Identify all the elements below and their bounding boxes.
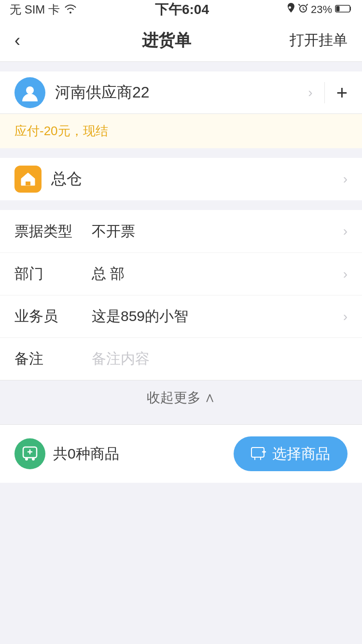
- svg-rect-6: [251, 448, 264, 457]
- dept-row[interactable]: 部门 总 部 ›: [0, 252, 362, 295]
- nav-bar: ‹ 进货单 打开挂单: [0, 19, 362, 62]
- invoice-label: 票据类型: [14, 222, 82, 241]
- warehouse-icon: [14, 166, 42, 193]
- product-count-area: 共0种商品: [14, 438, 119, 469]
- sim-label: 无 SIM 卡: [10, 2, 60, 17]
- remark-input[interactable]: 备注内容: [82, 349, 348, 369]
- alarm-icon: [298, 3, 308, 16]
- sales-value: 这是859的小智: [82, 307, 343, 326]
- status-left: 无 SIM 卡: [10, 2, 77, 17]
- invoice-chevron-icon: ›: [343, 224, 348, 239]
- warehouse-chevron-icon: ›: [343, 171, 348, 187]
- battery-icon: [335, 3, 352, 16]
- status-right: 23%: [287, 3, 352, 16]
- supplier-avatar: [14, 77, 45, 108]
- warehouse-row[interactable]: 总仓 ›: [0, 158, 362, 200]
- bottom-bar: 共0种商品 选择商品: [0, 424, 362, 483]
- status-bar: 无 SIM 卡 下午6:04 23%: [0, 0, 362, 19]
- dept-chevron-icon: ›: [343, 266, 348, 282]
- notice-text: 应付-20元，现结: [14, 124, 108, 138]
- section-gap-1: [0, 62, 362, 71]
- supplier-section: 河南供应商22 › + 应付-20元，现结: [0, 71, 362, 148]
- sales-label: 业务员: [14, 307, 82, 326]
- warehouse-name: 总仓: [51, 168, 343, 190]
- section-gap-3: [0, 200, 362, 210]
- supplier-chevron-icon: ›: [308, 85, 312, 100]
- sales-chevron-icon: ›: [343, 309, 348, 324]
- open-pending-button[interactable]: 打开挂单: [290, 30, 348, 50]
- location-icon: [287, 3, 295, 16]
- select-product-button[interactable]: 选择商品: [234, 436, 348, 471]
- collapse-button[interactable]: 收起更多 ∧: [0, 380, 362, 415]
- sales-row[interactable]: 业务员 这是859的小智 ›: [0, 295, 362, 337]
- warehouse-section: 总仓 ›: [0, 158, 362, 200]
- select-product-label: 选择商品: [272, 444, 330, 464]
- dept-label: 部门: [14, 264, 82, 284]
- status-time: 下午6:04: [155, 0, 209, 19]
- product-count-text: 共0种商品: [53, 444, 119, 464]
- supplier-row[interactable]: 河南供应商22 › +: [0, 71, 362, 114]
- svg-rect-4: [26, 182, 30, 185]
- remark-label: 备注: [14, 349, 82, 369]
- invoice-value: 不开票: [82, 222, 343, 241]
- page-title: 进货单: [142, 29, 191, 52]
- form-section: 票据类型 不开票 › 部门 总 部 › 业务员 这是859的小智 › 备注 备注…: [0, 210, 362, 380]
- remark-row[interactable]: 备注 备注内容: [0, 337, 362, 380]
- back-button[interactable]: ‹: [14, 30, 43, 51]
- wifi-icon: [64, 3, 77, 16]
- section-gap-4: [0, 415, 362, 424]
- section-gap-2: [0, 148, 362, 158]
- svg-point-3: [26, 86, 34, 94]
- invoice-row[interactable]: 票据类型 不开票 ›: [0, 210, 362, 252]
- cart-icon-wrap: [14, 438, 45, 469]
- add-supplier-button[interactable]: +: [336, 83, 348, 102]
- supplier-name: 河南供应商22: [55, 82, 308, 103]
- notice-bar: 应付-20元，现结: [0, 114, 362, 148]
- dept-value: 总 部: [82, 264, 343, 284]
- svg-rect-2: [336, 6, 339, 12]
- battery-label: 23%: [311, 3, 332, 16]
- supplier-divider: [324, 82, 325, 103]
- collapse-text: 收起更多 ∧: [147, 389, 216, 407]
- page-background: [0, 483, 362, 628]
